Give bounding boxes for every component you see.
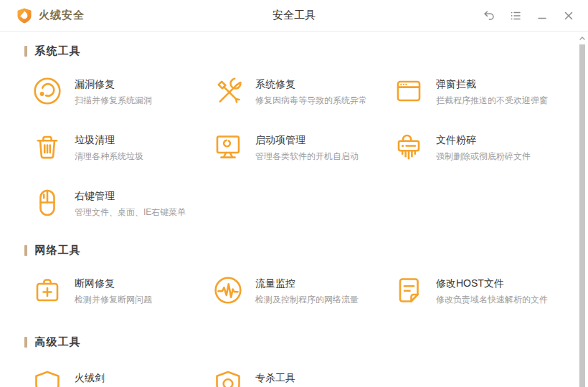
- tool-text: 系统修复修复因病毒等导致的系统异常: [255, 75, 367, 107]
- list-menu-icon: [509, 9, 522, 22]
- section-bar-icon: [24, 245, 27, 256]
- back-icon: [483, 9, 495, 22]
- close-icon: [562, 9, 575, 22]
- tool-text: 断网修复检测并修复断网问题: [75, 274, 152, 306]
- tool-grid: 火绒剑专杀工具: [32, 369, 588, 387]
- tool-title: 文件粉碎: [436, 133, 531, 147]
- tool-desc: 修改负责域名快速解析的文件: [436, 294, 548, 306]
- scroll-up-button[interactable]: [578, 33, 587, 43]
- tool-text: 文件粉碎强制删除或彻底粉碎文件: [436, 131, 531, 163]
- app-brand: 火绒安全: [16, 7, 85, 24]
- tool-grid: 漏洞修复扫描并修复系统漏洞系统修复修复因病毒等导致的系统异常弹窗拦截拦截程序推送…: [32, 75, 588, 219]
- tool-title: 专杀工具: [255, 371, 295, 385]
- minimize-icon: [536, 9, 549, 22]
- trash-clean-icon: [32, 131, 63, 163]
- tool-desc: 管理文件、桌面、IE右键菜单: [75, 206, 186, 219]
- tool-desc: 拦截程序推送的不受欢迎弹窗: [436, 95, 548, 107]
- tool-text: 漏洞修复扫描并修复系统漏洞: [75, 75, 152, 107]
- section-header: 系统工具: [24, 44, 588, 58]
- chevron-up-icon: [579, 36, 586, 41]
- tool-title: 弹窗拦截: [436, 77, 548, 91]
- tool-item-network-repair[interactable]: 断网修复检测并修复断网问题: [32, 274, 212, 306]
- shield-sword-icon: [32, 369, 63, 387]
- tool-title: 火绒剑: [75, 371, 105, 385]
- tool-item-file-shredder[interactable]: 文件粉碎强制删除或彻底粉碎文件: [393, 131, 574, 163]
- popup-blocker-icon: [393, 75, 425, 107]
- shield-killer-icon: [212, 369, 244, 387]
- tool-text: 右键管理管理文件、桌面、IE右键菜单: [75, 187, 186, 219]
- tool-text: 修改HOST文件修改负责域名快速解析的文件: [436, 274, 548, 306]
- section-label: 网络工具: [35, 244, 81, 257]
- titlebar: 火绒安全 安全工具: [0, 0, 588, 32]
- tool-section: 高级工具火绒剑专杀工具: [0, 335, 588, 387]
- tool-text: 垃圾清理清理各种系统垃圾: [75, 131, 143, 163]
- tool-section: 网络工具断网修复检测并修复断网问题流量监控检测及控制程序的网络流量修改HOST文…: [0, 243, 588, 306]
- section-label: 系统工具: [35, 44, 81, 58]
- huorong-security-tools-window: 火绒安全 安全工具: [0, 0, 588, 387]
- app-brand-name: 火绒安全: [39, 9, 85, 22]
- tool-desc: 扫描并修复系统漏洞: [75, 95, 152, 107]
- tool-item-host-file[interactable]: 修改HOST文件修改负责域名快速解析的文件: [393, 274, 574, 306]
- tool-text: 启动项管理管理各类软件的开机自启动: [255, 131, 359, 163]
- tool-item-system-repair[interactable]: 系统修复修复因病毒等导致的系统异常: [212, 75, 393, 107]
- section-bar-icon: [24, 337, 27, 348]
- tool-item-trash-clean[interactable]: 垃圾清理清理各种系统垃圾: [32, 131, 212, 163]
- system-repair-icon: [212, 75, 244, 107]
- tool-title: 右键管理: [75, 188, 186, 203]
- tool-desc: 检测并修复断网问题: [75, 294, 152, 306]
- tool-item-mouse-right-click[interactable]: 右键管理管理文件、桌面、IE右键菜单: [32, 187, 212, 219]
- back-button[interactable]: [480, 6, 498, 25]
- tool-title: 系统修复: [255, 77, 367, 91]
- window-controls: [472, 6, 578, 25]
- tool-text: 火绒剑: [75, 369, 105, 387]
- tool-item-vulnerability-repair[interactable]: 漏洞修复扫描并修复系统漏洞: [32, 75, 212, 107]
- tool-desc: 清理各种系统垃圾: [75, 150, 143, 163]
- section-bar-icon: [24, 46, 27, 57]
- mouse-right-click-icon: [32, 187, 63, 219]
- section-header: 网络工具: [24, 243, 588, 257]
- traffic-monitor-icon: [212, 274, 244, 306]
- menu-button[interactable]: [506, 6, 525, 25]
- section-header: 高级工具: [24, 335, 588, 349]
- tool-text: 专杀工具: [255, 369, 295, 387]
- tool-desc: 检测及控制程序的网络流量: [255, 294, 359, 306]
- tool-item-shield-killer[interactable]: 专杀工具: [212, 369, 393, 387]
- host-file-icon: [393, 274, 425, 306]
- tool-title: 垃圾清理: [75, 133, 143, 147]
- close-button[interactable]: [559, 6, 578, 25]
- tool-title: 断网修复: [75, 276, 152, 290]
- tool-desc: 修复因病毒等导致的系统异常: [255, 95, 367, 107]
- section-label: 高级工具: [35, 335, 81, 349]
- minimize-button[interactable]: [533, 6, 551, 25]
- vulnerability-repair-icon: [32, 75, 63, 107]
- tool-title: 漏洞修复: [75, 77, 152, 91]
- scrollbar[interactable]: [578, 33, 587, 387]
- network-repair-icon: [32, 274, 63, 306]
- tool-item-startup-manager[interactable]: 启动项管理管理各类软件的开机自启动: [212, 131, 393, 163]
- tool-section: 系统工具漏洞修复扫描并修复系统漏洞系统修复修复因病毒等导致的系统异常弹窗拦截拦截…: [0, 44, 588, 219]
- tool-title: 启动项管理: [255, 133, 359, 147]
- startup-manager-icon: [212, 131, 244, 163]
- tool-title: 流量监控: [255, 276, 359, 290]
- scrollbar-thumb[interactable]: [579, 44, 585, 387]
- tool-item-traffic-monitor[interactable]: 流量监控检测及控制程序的网络流量: [212, 274, 393, 306]
- tool-title: 修改HOST文件: [436, 276, 548, 290]
- huorong-logo-icon: [16, 7, 33, 24]
- tool-text: 弹窗拦截拦截程序推送的不受欢迎弹窗: [436, 75, 548, 107]
- tool-item-popup-blocker[interactable]: 弹窗拦截拦截程序推送的不受欢迎弹窗: [393, 75, 574, 107]
- tool-text: 流量监控检测及控制程序的网络流量: [255, 274, 359, 306]
- tool-grid: 断网修复检测并修复断网问题流量监控检测及控制程序的网络流量修改HOST文件修改负…: [32, 274, 588, 306]
- tool-sections: 系统工具漏洞修复扫描并修复系统漏洞系统修复修复因病毒等导致的系统异常弹窗拦截拦截…: [0, 32, 588, 387]
- tool-desc: 强制删除或彻底粉碎文件: [436, 150, 531, 163]
- file-shredder-icon: [393, 131, 425, 163]
- tool-item-shield-sword[interactable]: 火绒剑: [32, 369, 212, 387]
- tool-desc: 管理各类软件的开机自启动: [255, 150, 359, 163]
